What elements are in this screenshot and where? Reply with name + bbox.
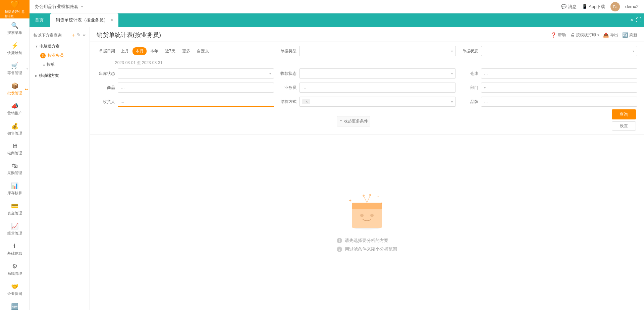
app-dropdown-icon[interactable]: ▾ bbox=[81, 5, 83, 8]
user-name[interactable]: demo2 bbox=[625, 4, 639, 9]
scheme-item-by-salesperson[interactable]: 员 按业务员 bbox=[30, 51, 90, 60]
active-tab-label: 销货单统计表（按业务员） bbox=[56, 17, 108, 23]
svg-point-3 bbox=[360, 214, 364, 217]
sidebar-item-quick-nav[interactable]: ⚡ 快捷导航 bbox=[0, 39, 29, 59]
right-main: 销货单统计表(按业务员) ❓ 帮助 🖨 按模板打印 ▾ 📤 bbox=[90, 27, 644, 310]
group-expand-arrow-mobile: ▶ bbox=[35, 74, 38, 78]
receiver-input[interactable]: … bbox=[118, 97, 274, 107]
sidebar-item-operations[interactable]: 📈 经营管理 bbox=[0, 219, 29, 239]
message-label: 消息 bbox=[568, 4, 577, 10]
empty-illustration: ✦ ✦ ✦ bbox=[343, 193, 390, 229]
refresh-btn[interactable]: 🔄 刷新 bbox=[622, 32, 637, 38]
tab-close-btn[interactable]: × bbox=[111, 18, 113, 22]
date-btn-last-month[interactable]: 上月 bbox=[118, 47, 132, 55]
query-btn[interactable]: 查询 bbox=[612, 109, 636, 119]
sidebar-item-label: 系统管理 bbox=[7, 271, 22, 276]
sidebar-item-label: 电商管理 bbox=[7, 151, 22, 156]
logo-icon: 🧡 bbox=[10, 0, 19, 9]
add-scheme-btn[interactable]: + bbox=[72, 32, 75, 38]
newbie-icon: 🆕 bbox=[11, 303, 18, 310]
template-print-btn[interactable]: 🖨 按模板打印 ▾ bbox=[570, 32, 599, 38]
goods-input[interactable]: … bbox=[118, 83, 274, 93]
empty-tips: 1 请先选择要分析的方案 2 用过滤条件来缩小分析范围 bbox=[337, 238, 397, 252]
sidebar-item-basic-info[interactable]: ℹ 基础信息 bbox=[0, 239, 29, 259]
user-initials: Ea bbox=[613, 5, 618, 9]
date-btn-more[interactable]: 更多 bbox=[179, 47, 193, 55]
brand-input[interactable]: … bbox=[481, 97, 637, 107]
filter-cell-receipt: 收款状态 ▾ bbox=[278, 68, 455, 79]
receipt-input[interactable]: ▾ bbox=[299, 68, 455, 79]
date-btn-this-year[interactable]: 本年 bbox=[147, 47, 161, 55]
settlement-input[interactable]: × ▾ bbox=[299, 97, 455, 107]
svg-point-11 bbox=[369, 194, 371, 196]
sidebar-item-label: 库存核算 bbox=[7, 191, 22, 196]
home-tab-label: 首页 bbox=[35, 17, 44, 23]
department-input[interactable]: ▾ bbox=[481, 83, 637, 93]
date-btn-custom[interactable]: 自定义 bbox=[194, 47, 212, 55]
collapse-filters-btn[interactable]: ⌃ 收起更多条件 bbox=[337, 116, 370, 126]
doc-type-input[interactable]: ▾ bbox=[299, 46, 455, 56]
edit-scheme-btn[interactable]: ✎ bbox=[77, 32, 81, 38]
page-header: 销货单统计表(按业务员) ❓ 帮助 🖨 按模板打印 ▾ 📤 bbox=[90, 27, 644, 42]
collapse-panel-btn[interactable]: « bbox=[83, 32, 86, 38]
sidebar-item-search[interactable]: 🔍 搜索菜单 bbox=[0, 18, 29, 39]
logo-text: 畅捷通好生意标准版 bbox=[5, 9, 25, 18]
message-icon: 💬 bbox=[561, 4, 567, 9]
collapse-up-icon: ⌃ bbox=[339, 119, 342, 124]
sidebar-item-finance[interactable]: 💳 资金管理 bbox=[0, 199, 29, 219]
app-download-btn[interactable]: 📱 App下载 bbox=[582, 4, 605, 10]
doc-status-input[interactable]: ▾ bbox=[481, 46, 637, 56]
receiver-dots: … bbox=[120, 99, 125, 104]
sidebar-item-sales[interactable]: 💰 销售管理 bbox=[0, 119, 29, 139]
print-icon: 🖨 bbox=[570, 32, 575, 38]
tab-close-window-btn[interactable]: × bbox=[630, 17, 633, 23]
app-download-icon: 📱 bbox=[582, 4, 587, 9]
page-actions: ❓ 帮助 🖨 按模板打印 ▾ 📤 导出 🔄 bbox=[551, 32, 637, 38]
date-range-display: 2023-03-01 至 2023-03-31 bbox=[115, 60, 162, 66]
doc-type-arrow: ▾ bbox=[451, 49, 453, 53]
sidebar-item-purchase[interactable]: 🛍 采购管理 bbox=[0, 159, 29, 179]
warehouse-input[interactable]: … bbox=[481, 68, 637, 79]
sidebar-item-ecommerce[interactable]: 🖥 电商管理 bbox=[0, 139, 29, 159]
tab-sales-stats[interactable]: 销货单统计表（按业务员） × bbox=[50, 13, 118, 27]
page-header-top: 销货单统计表(按业务员) ❓ 帮助 🖨 按模板打印 ▾ 📤 bbox=[97, 31, 637, 39]
sidebar-item-newbie[interactable]: 🆕 新手引导 bbox=[0, 300, 29, 310]
top-nav-right: 💬 消息 📱 App下载 Ea demo2 bbox=[561, 2, 639, 11]
sidebar-item-enterprise[interactable]: 🤝 企业协同 bbox=[0, 279, 29, 300]
export-btn[interactable]: 📤 导出 bbox=[603, 32, 618, 38]
salesperson-label: 业务员 bbox=[278, 85, 297, 91]
settlement-tag-remove[interactable]: × bbox=[306, 100, 308, 104]
filter-cell-goods: 商品 … bbox=[97, 83, 274, 93]
svg-text:✦: ✦ bbox=[377, 195, 379, 198]
sidebar-item-label: 经营管理 bbox=[7, 231, 22, 236]
sidebar-item-marketing[interactable]: 📣 营销推广 bbox=[0, 99, 29, 119]
settlement-arrow: ▾ bbox=[451, 100, 453, 104]
salesperson-input[interactable]: … bbox=[299, 83, 455, 93]
message-btn[interactable]: 💬 消息 bbox=[561, 4, 577, 10]
page-title: 销货单统计表(按业务员) bbox=[97, 31, 161, 39]
filter-area: 单据日期 上月 本月 本年 近7天 更多 自定义 单据类型 bbox=[90, 42, 644, 135]
svg-point-10 bbox=[363, 195, 365, 197]
user-avatar[interactable]: Ea bbox=[610, 2, 620, 11]
outbound-input[interactable]: ▾ bbox=[118, 68, 274, 79]
sidebar-item-label: 批发管理 bbox=[7, 91, 22, 96]
sidebar-item-wholesale[interactable]: 📦 批发管理 ▴ bbox=[0, 79, 29, 99]
left-panel-title: 按以下方案查询 bbox=[34, 33, 62, 38]
help-btn[interactable]: ❓ 帮助 bbox=[551, 32, 566, 38]
date-btn-7days[interactable]: 近7天 bbox=[162, 47, 178, 55]
sidebar-item-system[interactable]: ⚙ 系统管理 bbox=[0, 259, 29, 279]
sidebar-item-inventory[interactable]: 📊 库存核算 bbox=[0, 179, 29, 199]
quick-nav-icon: ⚡ bbox=[11, 42, 18, 49]
scheme-group-pc-title[interactable]: ▼ 电脑端方案 bbox=[30, 42, 90, 51]
app-name: 办公用品行业模拟账套 bbox=[35, 4, 78, 10]
marketing-icon: 📣 bbox=[11, 102, 18, 110]
scheme-group-mobile-title[interactable]: ▶ 移动端方案 bbox=[30, 71, 90, 80]
sidebar-item-retail[interactable]: 🛒 零售管理 ▾ bbox=[0, 59, 29, 79]
brand-dots: … bbox=[484, 99, 489, 104]
scheme-item-by-order[interactable]: ≡ 按单 bbox=[30, 60, 90, 69]
tab-home[interactable]: 首页 bbox=[30, 13, 49, 27]
date-btn-this-month[interactable]: 本月 bbox=[132, 47, 147, 55]
settings-btn[interactable]: 设置 bbox=[612, 121, 636, 131]
tab-expand-btn[interactable]: ⛶ bbox=[636, 17, 641, 23]
department-arrow: ▾ bbox=[484, 86, 486, 90]
